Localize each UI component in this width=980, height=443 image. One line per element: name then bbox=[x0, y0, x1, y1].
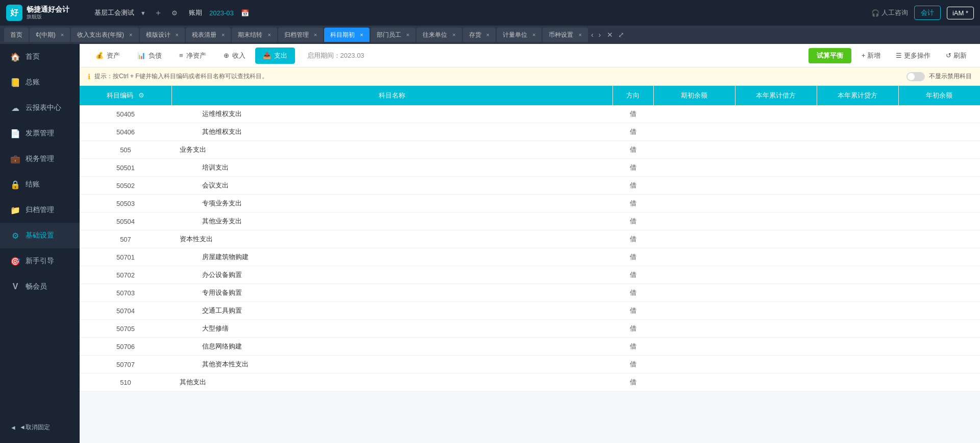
tab-archive-label: 归档管理 bbox=[284, 31, 309, 39]
tab-contacts[interactable]: 往来单位 × bbox=[416, 28, 461, 42]
sidebar-item-archive[interactable]: 📁 归档管理 bbox=[0, 197, 80, 223]
cat-tab-liability-label: 负债 bbox=[149, 51, 162, 60]
table-row[interactable]: 50503专项业务支出借 bbox=[80, 195, 980, 213]
balance-button[interactable]: 试算平衡 bbox=[808, 48, 851, 63]
cell-ytd-debit bbox=[735, 302, 817, 320]
add-tab-button[interactable]: ＋ bbox=[154, 8, 162, 18]
table-row[interactable]: 50502会议支出借 bbox=[80, 177, 980, 195]
table-row[interactable]: 505业务支出借 bbox=[80, 141, 980, 159]
tab-currency-close[interactable]: × bbox=[578, 32, 581, 38]
cell-code: 505 bbox=[80, 141, 172, 159]
cell-name: 会议支出 bbox=[172, 177, 612, 195]
hint-text: 提示：按Ctrl + F键并输入科目编码或者科目名称可以查找科目。 bbox=[94, 72, 268, 81]
tab-archive-close[interactable]: × bbox=[314, 32, 317, 38]
tab-period-end-close[interactable]: × bbox=[267, 32, 271, 38]
liability-icon: 📊 bbox=[137, 52, 145, 59]
table-row[interactable]: 50704交通工具购置借 bbox=[80, 302, 980, 320]
tab-mid-period[interactable]: ¢(中期) × bbox=[30, 28, 70, 42]
expense-icon: 📤 bbox=[263, 52, 271, 59]
guide-icon: 🎯 bbox=[10, 256, 20, 266]
tab-inventory-label: 存货 bbox=[469, 31, 481, 39]
tab-dept[interactable]: 部门员工 × bbox=[371, 28, 415, 42]
cat-tab-asset[interactable]: 💰 资产 bbox=[88, 48, 128, 64]
table-row[interactable]: 50706信息网络购建借 bbox=[80, 338, 980, 356]
sidebar-item-guide[interactable]: 🎯 新手引导 bbox=[0, 248, 80, 274]
logo-area: 好 畅捷通好会计 旗舰版 bbox=[6, 5, 85, 21]
cat-tab-expense[interactable]: 📤 支出 bbox=[255, 48, 295, 64]
tab-template-close[interactable]: × bbox=[176, 32, 179, 38]
table-row[interactable]: 50707其他资本性支出借 bbox=[80, 356, 980, 374]
sidebar-item-general-ledger[interactable]: 📒 总账 bbox=[0, 69, 80, 95]
table-row[interactable]: 50406其他维权支出借 bbox=[80, 123, 980, 141]
kuaiji-button[interactable]: 会计 bbox=[914, 6, 941, 20]
cell-ytd-debit bbox=[735, 213, 817, 230]
cloud-icon: ☁ bbox=[10, 103, 20, 113]
sidebar-item-tax[interactable]: 💼 税务管理 bbox=[0, 146, 80, 172]
tab-subject-init[interactable]: 科目期初 × bbox=[324, 28, 369, 42]
service-button[interactable]: 🎧 人工咨询 bbox=[871, 8, 908, 17]
tab-close-all-button[interactable]: ✕ bbox=[605, 31, 615, 39]
tab-home-label: 首页 bbox=[10, 31, 22, 39]
tab-inventory[interactable]: 存货 × bbox=[463, 28, 496, 42]
tab-tax-list-close[interactable]: × bbox=[222, 32, 225, 38]
sidebar-item-cloud-reports[interactable]: ☁ 云报表中心 bbox=[0, 95, 80, 121]
table-row[interactable]: 50701房屋建筑物购建借 bbox=[80, 248, 980, 266]
cell-ytd-debit bbox=[735, 159, 817, 177]
settings-icon[interactable]: ⚙ bbox=[172, 9, 178, 17]
cat-tab-income[interactable]: ⊕ 收入 bbox=[216, 48, 253, 64]
tab-mid-period-close[interactable]: × bbox=[61, 32, 64, 38]
company-dropdown-icon[interactable]: ▾ bbox=[141, 9, 145, 17]
tab-expand-button[interactable]: ⤢ bbox=[616, 31, 626, 39]
tab-next-arrow[interactable]: › bbox=[597, 31, 603, 39]
header-dir: 方向 bbox=[612, 86, 653, 105]
refresh-button[interactable]: ↺ 刷新 bbox=[941, 48, 972, 63]
column-settings-icon[interactable]: ⚙ bbox=[138, 91, 144, 99]
tab-archive[interactable]: 归档管理 × bbox=[278, 28, 323, 42]
tab-unit[interactable]: 计量单位 × bbox=[497, 28, 542, 42]
tab-currency-label: 币种设置 bbox=[549, 31, 573, 39]
sidebar-item-invoice[interactable]: 📄 发票管理 bbox=[0, 121, 80, 146]
sidebar-item-member[interactable]: V 畅会员 bbox=[0, 274, 80, 299]
calendar-icon[interactable]: 📅 bbox=[241, 9, 249, 17]
table-row[interactable]: 50501培训支出借 bbox=[80, 159, 980, 177]
cell-code: 50705 bbox=[80, 320, 172, 338]
table-wrapper[interactable]: 科目编码 ⚙ 科目名称 方向 期初余额 本年累计借方 本年累计贷方 年初余额 5… bbox=[80, 86, 980, 443]
cell-ytd-debit bbox=[735, 284, 817, 302]
tab-template[interactable]: 模版设计 × bbox=[140, 28, 185, 42]
tab-unit-close[interactable]: × bbox=[532, 32, 535, 38]
tab-annual-report[interactable]: 收入支出表(年报) × bbox=[71, 28, 138, 42]
tab-contacts-close[interactable]: × bbox=[452, 32, 455, 38]
tab-home[interactable]: 首页 bbox=[4, 28, 29, 42]
table-row[interactable]: 50504其他业务支出借 bbox=[80, 213, 980, 230]
table-row[interactable]: 50703专用设备购置借 bbox=[80, 284, 980, 302]
table-row[interactable]: 50405运维维权支出借 bbox=[80, 105, 980, 123]
cat-tab-net-asset[interactable]: ≡ 净资产 bbox=[172, 48, 214, 64]
cell-year-start bbox=[898, 213, 980, 230]
tab-tax-list[interactable]: 税表清册 × bbox=[186, 28, 231, 42]
table-row[interactable]: 50702办公设备购置借 bbox=[80, 266, 980, 284]
more-button[interactable]: ☰ 更多操作 bbox=[891, 48, 936, 63]
tab-currency[interactable]: 币种设置 × bbox=[543, 28, 587, 42]
table-row[interactable]: 507资本性支出借 bbox=[80, 230, 980, 248]
cell-ytd-debit bbox=[735, 123, 817, 141]
tab-dept-close[interactable]: × bbox=[406, 32, 409, 38]
cat-tab-liability[interactable]: 📊 负债 bbox=[130, 48, 169, 64]
add-button[interactable]: + 新增 bbox=[856, 48, 886, 63]
cell-opening bbox=[653, 105, 735, 123]
cell-year-start bbox=[898, 230, 980, 248]
tab-prev-arrow[interactable]: ‹ bbox=[589, 31, 596, 39]
table-row[interactable]: 50705大型修缮借 bbox=[80, 320, 980, 338]
sidebar-item-home[interactable]: 🏠 首页 bbox=[0, 44, 80, 69]
tab-period-end[interactable]: 期末结转 × bbox=[232, 28, 277, 42]
tab-subject-init-close[interactable]: × bbox=[360, 32, 363, 38]
table-row[interactable]: 510其他支出借 bbox=[80, 374, 980, 391]
tab-annual-report-close[interactable]: × bbox=[129, 32, 132, 38]
tab-inventory-close[interactable]: × bbox=[486, 32, 489, 38]
iam-button[interactable]: iAM * bbox=[947, 7, 974, 19]
sidebar-item-closing[interactable]: 🔒 结账 bbox=[0, 172, 80, 197]
disabled-toggle[interactable] bbox=[906, 72, 925, 81]
top-right-area: 🎧 人工咨询 会计 iAM * bbox=[871, 6, 974, 20]
sidebar-collapse-button[interactable]: ◄ ◄取消固定 bbox=[0, 418, 80, 437]
sidebar-item-settings[interactable]: ⚙ 基础设置 bbox=[0, 223, 80, 248]
cell-opening bbox=[653, 123, 735, 141]
